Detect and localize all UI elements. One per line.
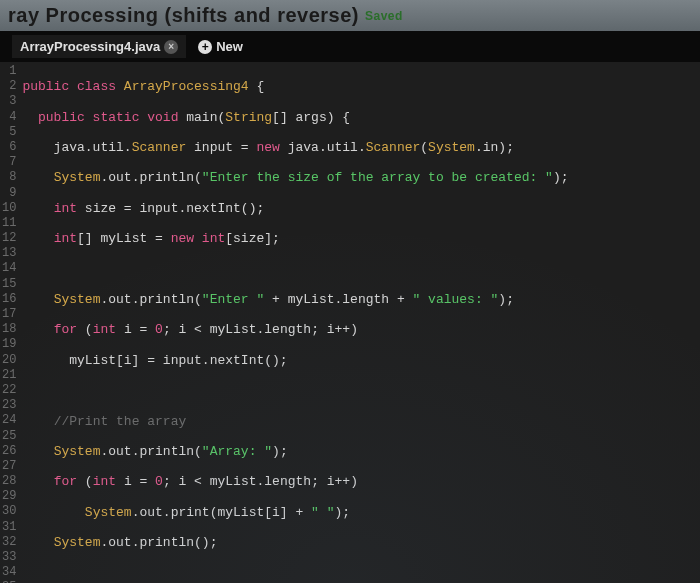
- code-content[interactable]: public class ArrayProcessing4 { public s…: [22, 62, 700, 583]
- window-title: ray Processing (shifts and reverse): [8, 4, 359, 27]
- tab-bar: ArrayProcessing4.java × + New: [0, 31, 700, 62]
- plus-icon: +: [198, 40, 212, 54]
- window-title-bar: ray Processing (shifts and reverse) Save…: [0, 0, 700, 31]
- new-tab-button[interactable]: + New: [198, 39, 243, 54]
- close-icon[interactable]: ×: [164, 40, 178, 54]
- line-gutter: 1234567891011121314151617181920212223242…: [0, 62, 22, 583]
- code-editor[interactable]: 1234567891011121314151617181920212223242…: [0, 62, 700, 583]
- tab-label: ArrayProcessing4.java: [20, 39, 160, 54]
- tab-arrayprocessing4[interactable]: ArrayProcessing4.java ×: [12, 35, 186, 58]
- save-status: Saved: [365, 9, 403, 23]
- new-tab-label: New: [216, 39, 243, 54]
